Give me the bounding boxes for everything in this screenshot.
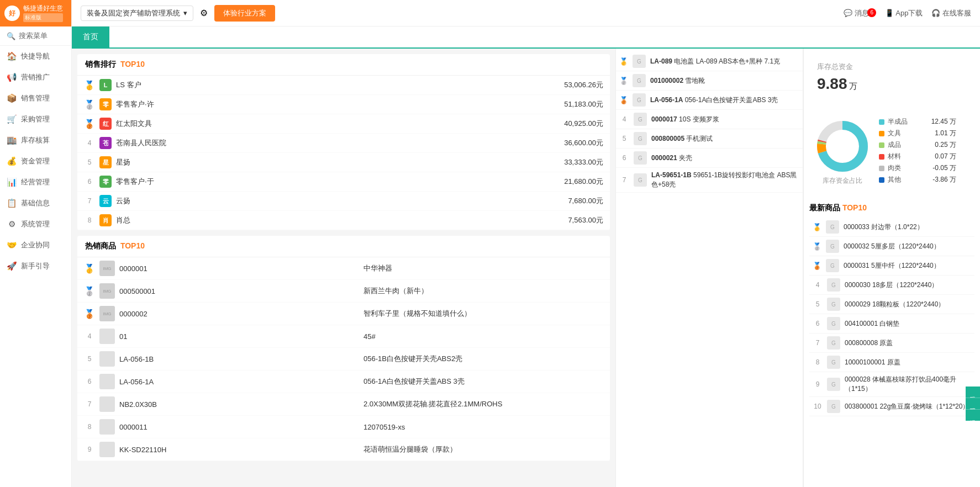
logo-icon: 好 xyxy=(4,6,20,21)
product-info: LA-056-1A 056-1A白色按键开关盖ABS 3壳 xyxy=(650,96,799,105)
content: 销售排行 TOP10 🥇 L LS 客户 53,006.26元 🥈 零 零售客户… xyxy=(72,49,980,487)
rank-number: 6 xyxy=(619,154,629,162)
nav-icon: 🤝 xyxy=(7,240,17,250)
product-thumb: G xyxy=(827,278,840,292)
legend-color xyxy=(879,177,884,183)
nav-icon: 📋 xyxy=(7,198,17,208)
tab-首页[interactable]: 首页 xyxy=(72,27,109,47)
list-item: 🥉 G LA-056-1A 056-1A白色按键开关盖ABS 3壳 xyxy=(616,91,803,110)
search-menu[interactable]: 🔍 搜索菜单 xyxy=(0,27,71,46)
list-item: 4 01 45# xyxy=(77,325,610,348)
product-info: 0000021 夹壳 xyxy=(651,153,799,163)
legend-item: 成品 0.25 万 xyxy=(879,140,956,150)
list-item: 10 G 003800001 22g鱼豆腐·烧烤味（1*12*20） xyxy=(809,397,974,416)
product-code: 0000002 xyxy=(119,310,359,318)
sidebar-item-快捷导航[interactable]: 🏠快捷导航 xyxy=(0,46,71,67)
medal-icon: 🥇 xyxy=(619,57,628,66)
sidebar-title: 畅捷通好生意 xyxy=(23,4,63,13)
service-label: 在线客服 xyxy=(942,9,971,17)
customer-value: 53,006.26元 xyxy=(564,80,603,90)
product-thumb: G xyxy=(634,132,647,145)
customer-badge: 苍 xyxy=(99,137,112,149)
new-products-list: 🥇 G 0000033 封边带（1.0*22） 🥈 G 0000032 5厘多层… xyxy=(809,218,974,416)
rank-number: 6 xyxy=(813,320,823,327)
customer-value: 40,925.00元 xyxy=(564,119,603,129)
legend-label: 肉类 xyxy=(888,163,929,173)
sidebar-item-新手引导[interactable]: 🚀新手引导 xyxy=(0,256,71,277)
sidebar-item-基础信息[interactable]: 📋基础信息 xyxy=(0,193,71,214)
product-name: 中华神器 xyxy=(363,263,603,273)
legend-item: 文具 1.01 万 xyxy=(879,129,956,138)
sidebar-item-采购管理[interactable]: 🛒采购管理 xyxy=(0,109,71,130)
list-item: 8 0000011 12070519-xs xyxy=(77,416,610,438)
nav-icon: 🛒 xyxy=(7,114,17,124)
product-info: 0000032 5厘多层（1220*2440） xyxy=(844,242,971,251)
sidebar-item-营销推广[interactable]: 📢营销推广 xyxy=(0,67,71,88)
product-thumb: G xyxy=(633,74,646,87)
float-btn-服务社区[interactable]: 服务社区 xyxy=(966,398,980,409)
product-thumb: G xyxy=(633,55,646,68)
trial-button[interactable]: 体验行业方案 xyxy=(214,5,275,22)
product-code: 0000001 xyxy=(119,264,359,273)
table-row: 6 零 零售客户·于 21,680.00元 xyxy=(77,172,610,192)
middle-products-list: 🥇 G LA-089 电池盖 LA-089 ABS本色+黑种 7.1克 🥈 G … xyxy=(616,49,803,196)
legend-item: 材料 0.07 万 xyxy=(879,152,956,161)
product-info: 000800008 原盖 xyxy=(845,338,971,348)
system-selector[interactable]: 装备及固定资产辅助管理系统 ▾ xyxy=(81,6,193,21)
product-thumb: G xyxy=(826,259,839,272)
sidebar-item-库存核算[interactable]: 🏬库存核算 xyxy=(0,130,71,151)
message-btn[interactable]: 💬 消息 6 xyxy=(844,8,876,18)
product-code: NB2.0X30B xyxy=(119,400,359,409)
nav-label: 企业协同 xyxy=(21,240,50,250)
service-btn[interactable]: 🎧 在线客服 xyxy=(931,8,971,18)
app-download-btn[interactable]: 📱 App下载 xyxy=(885,8,923,18)
sidebar-item-资金管理[interactable]: 💰资金管理 xyxy=(0,151,71,172)
legend-color xyxy=(879,154,884,160)
product-info: 003800001 22g鱼豆腐·烧烤味（1*12*20） xyxy=(845,402,971,411)
rank-number: 5 xyxy=(619,135,629,142)
inventory-unit: 万 xyxy=(849,81,857,91)
legend-item: 肉类 -0.05 万 xyxy=(879,163,956,173)
product-thumb: G xyxy=(827,356,840,369)
rank-number: 7 xyxy=(813,339,823,347)
donut-section: 库存资金占比 半成品 12.45 万 文具 1.01 万 成品 0.25 万 材… xyxy=(815,112,969,192)
product-name: 12070519-xs xyxy=(363,423,603,431)
float-btn-客服热线[interactable]: 客服热线 xyxy=(966,387,980,398)
table-row: 🥉 红 红太阳文具 40,925.00元 xyxy=(77,114,610,134)
medal-icon: 🥈 xyxy=(84,99,95,110)
product-thumb: IMG xyxy=(99,283,115,299)
rank-number: 6 xyxy=(84,378,95,385)
list-item: 7 NB2.0X30B 2.0X30MM双搓花轴.搓花直径2.1MM/ROHS xyxy=(77,393,610,416)
nav-label: 销售管理 xyxy=(21,93,50,103)
customer-name: 红太阳文具 xyxy=(116,119,560,129)
legend-color xyxy=(879,131,884,136)
product-thumb: G xyxy=(827,400,840,413)
rank-number: 7 xyxy=(84,400,95,408)
float-btn-直播[interactable]: 直播 xyxy=(966,409,980,421)
sidebar-header: 好 畅捷通好生意 标准版 xyxy=(0,0,71,27)
list-item: 6 G 0000021 夹壳 xyxy=(616,149,803,168)
customer-badge: L xyxy=(99,79,112,91)
product-thumb: G xyxy=(827,336,840,350)
sidebar-item-经营管理[interactable]: 📊经营管理 xyxy=(0,172,71,193)
customer-ranking-title: 销售排行 TOP10 xyxy=(77,54,610,76)
gear-icon[interactable]: ⚙ xyxy=(200,8,208,18)
legend-value: 1.01 万 xyxy=(935,129,956,138)
rank-number: 7 xyxy=(84,197,95,205)
list-item: 7 G 000800008 原盖 xyxy=(809,334,974,353)
rank-number: 8 xyxy=(84,216,95,224)
new-products-section: 最新商品 TOP10 🥇 G 0000033 封边带（1.0*22） 🥈 G 0… xyxy=(809,203,974,416)
sidebar-item-系统管理[interactable]: ⚙系统管理 xyxy=(0,214,71,235)
product-name: 2.0X30MM双搓花轴.搓花直径2.1MM/ROHS xyxy=(363,399,603,409)
product-thumb: G xyxy=(633,93,646,107)
sidebar-item-销售管理[interactable]: 📦销售管理 xyxy=(0,88,71,109)
medal-icon: 🥉 xyxy=(84,119,95,129)
legend-value: -3.86 万 xyxy=(932,175,956,184)
product-info: 0000033 封边带（1.0*22） xyxy=(844,223,971,232)
sidebar-item-企业协同[interactable]: 🤝企业协同 xyxy=(0,235,71,256)
list-item: 4 G 0000017 10S 变频罗浆 xyxy=(616,110,803,129)
product-code: 000500001 xyxy=(119,287,359,295)
content-left: 销售排行 TOP10 🥇 L LS 客户 53,006.26元 🥈 零 零售客户… xyxy=(72,49,615,487)
product-thumb: G xyxy=(827,378,840,391)
medal-icon: 🥉 xyxy=(84,309,95,319)
